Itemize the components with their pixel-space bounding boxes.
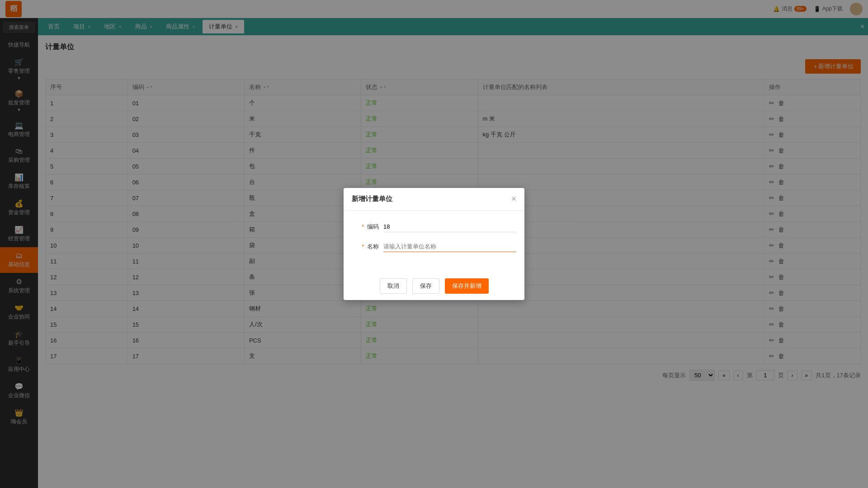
code-input[interactable]	[383, 221, 516, 232]
cancel-button[interactable]: 取消	[380, 278, 407, 294]
modal-body: * 编码 * 名称	[344, 211, 524, 272]
save-button[interactable]: 保存	[412, 278, 439, 294]
required-mark: *	[362, 223, 364, 230]
modal-overlay[interactable]: 新增计量单位 × * 编码 * 名称 取消 保存 保存并新增	[0, 0, 868, 488]
modal-footer: 取消 保存 保存并新增	[344, 272, 524, 300]
modal-header: 新增计量单位 ×	[344, 188, 524, 211]
modal-title: 新增计量单位	[352, 195, 392, 203]
modal-close-button[interactable]: ×	[511, 194, 516, 204]
code-form-row: * 编码	[352, 221, 516, 232]
code-label: * 编码	[352, 223, 379, 231]
required-mark: *	[362, 243, 364, 250]
add-unit-modal: 新增计量单位 × * 编码 * 名称 取消 保存 保存并新增	[344, 188, 524, 300]
name-input[interactable]	[383, 241, 516, 252]
name-form-row: * 名称	[352, 241, 516, 252]
save-and-add-button[interactable]: 保存并新增	[445, 278, 489, 294]
name-label: * 名称	[352, 243, 379, 251]
